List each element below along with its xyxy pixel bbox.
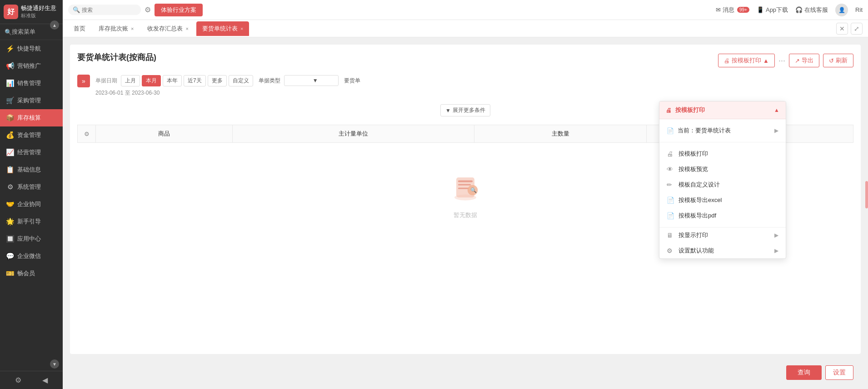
filter-date-range: 2023-06-01 至 2023-06-30 (95, 89, 253, 97)
sidebar-item-wechat[interactable]: 💬 企业微信 (0, 248, 63, 265)
message-icon: ✉ (716, 6, 721, 13)
sidebar-item-guide[interactable]: 🌟 新手引导 (0, 213, 63, 230)
logo-text: 畅捷通好生意 标准版 (21, 5, 56, 19)
print-template-btn[interactable]: 🖨 按模板打印 ▲ (718, 54, 775, 67)
topbar-gear-icon[interactable]: ⚙ (145, 5, 151, 14)
page-actions: 🖨 按模板打印 ▲ ··· ↗ 导出 ↺ 刷新 (718, 54, 853, 67)
sidebar-item-purchase[interactable]: 🛒 采购管理 (0, 92, 63, 109)
more-dots-btn[interactable]: ··· (778, 56, 785, 66)
tab-inventory-batch-close[interactable]: × (131, 26, 134, 31)
sidebar-item-finance[interactable]: 💰 资金管理 (0, 126, 63, 144)
sidebar-item-label: 基础信息 (17, 166, 41, 174)
sidebar-item-marketing[interactable]: 📢 营销推广 (0, 57, 63, 75)
empty-scroll-svg: 🔍 (447, 170, 484, 207)
expand-more-btn[interactable]: ▼ 展开更多条件 (440, 104, 490, 116)
print-btn-wrapper: 🖨 按模板打印 ▲ (718, 54, 775, 67)
dropdown-item-template-pdf[interactable]: 📄 按模板导出pdf (659, 208, 786, 223)
sidebar-item-system[interactable]: ⚙ 系统管理 (0, 178, 63, 196)
refresh-icon: ↺ (829, 57, 834, 64)
app-download-label: App下载 (766, 6, 788, 14)
topbar-search-icon: 🔍 (73, 6, 80, 13)
app-download-icon: 📱 (757, 6, 764, 13)
svg-rect-4 (458, 187, 469, 189)
refresh-btn[interactable]: ↺ 刷新 (823, 54, 853, 67)
operations-icon: 📈 (5, 148, 15, 157)
sidebar: 好 畅捷通好生意 标准版 🔍 搜索菜单 ▲ ⚡ 快捷导航 📢 营销推广 📊 销售… (0, 0, 63, 389)
settings-btn-bottom[interactable]: 设置 (825, 365, 853, 380)
dropdown-sub-display-print[interactable]: 🖥 按显示打印 ▶ (659, 227, 786, 243)
table-settings-icon[interactable]: ⚙ (84, 131, 90, 137)
wechat-icon: 💬 (5, 252, 15, 260)
topbar-message[interactable]: ✉ 消息 99+ (716, 6, 749, 14)
sidebar-item-inventory[interactable]: 📦 库存核算 (0, 109, 63, 126)
tab-close-all-btn[interactable]: ✕ (836, 23, 848, 35)
svg-rect-3 (458, 184, 471, 185)
sidebar-item-basic[interactable]: 📋 基础信息 (0, 161, 63, 178)
sidebar-item-sales[interactable]: 📊 销售管理 (0, 75, 63, 92)
sidebar-item-label: 系统管理 (17, 183, 41, 191)
export-btn[interactable]: ↗ 导出 (789, 54, 819, 67)
sidebar-item-apps[interactable]: 🔲 应用中心 (0, 230, 63, 248)
dropdown-item-template-preview[interactable]: 👁 按模板预览 (659, 162, 786, 177)
sidebar-item-label: 企业协同 (17, 200, 41, 208)
type-label: 单据类型 (259, 75, 280, 86)
set-default-icon: ⚙ (667, 247, 674, 254)
type-select-chevron: ▼ (313, 77, 334, 84)
type-select[interactable]: ▼ (284, 75, 339, 86)
current-template-chevron: ▶ (774, 127, 778, 134)
dropdown-item-template-custom[interactable]: ✏ 模板自定义设计 (659, 177, 786, 192)
query-btn[interactable]: 查询 (786, 365, 822, 380)
right-scroll-indicator[interactable] (865, 181, 868, 208)
filter-expand-btn[interactable]: » (77, 75, 90, 87)
sidebar-item-coop[interactable]: 🤝 企业协同 (0, 196, 63, 213)
sidebar-item-operations[interactable]: 📈 经营管理 (0, 144, 63, 161)
template-custom-icon: ✏ (667, 181, 674, 188)
basic-icon: 📋 (5, 166, 15, 174)
sidebar-scroll-down[interactable]: ▼ (50, 359, 59, 369)
sidebar-settings-btn[interactable]: ⚙ (15, 376, 21, 384)
tab-order-stats[interactable]: 要货单统计表 × (196, 21, 249, 36)
col-settings[interactable]: ⚙ (78, 125, 96, 143)
main-area: 🔍 ⚙ 体验行业方案 ✉ 消息 99+ 📱 App下载 🎧 在线客服 👤 Rit (63, 0, 868, 389)
empty-text: 暂无数据 (454, 211, 477, 219)
date-btn-this-year[interactable]: 本年 (163, 75, 182, 86)
sidebar-item-label: 畅会员 (17, 269, 35, 278)
sidebar-scroll-up[interactable]: ▲ (50, 20, 59, 30)
topbar-search-input[interactable] (82, 7, 136, 13)
current-template-row[interactable]: 📄 当前：要货单统计表 ▶ (659, 123, 786, 138)
set-default-arrow: ▶ (774, 248, 778, 254)
sidebar-item-quick-nav[interactable]: ⚡ 快捷导航 (0, 40, 63, 57)
print-dropdown-header[interactable]: 🖨 按模板打印 ▲ (659, 101, 786, 119)
topbar-online-service[interactable]: 🎧 在线客服 (795, 6, 828, 14)
date-btn-more[interactable]: 更多 (208, 75, 227, 86)
tab-expand-btn[interactable]: ⤢ (851, 23, 863, 35)
quick-nav-icon: ⚡ (5, 45, 15, 53)
message-badge: 99+ (737, 7, 749, 13)
date-btn-last-month[interactable]: 上月 (121, 75, 140, 86)
tab-home[interactable]: 首页 (68, 21, 91, 36)
topbar-avatar[interactable]: 👤 (835, 4, 848, 16)
sidebar-collapse-btn[interactable]: ◀ (42, 376, 48, 384)
date-btn-this-month[interactable]: 本月 (142, 75, 161, 86)
sidebar-item-label: 营销推广 (17, 62, 41, 70)
topbar-search-box[interactable]: 🔍 (68, 5, 141, 15)
tab-receipt-summary-close[interactable]: × (185, 26, 188, 31)
export-label: 导出 (802, 56, 813, 65)
sidebar-item-label: 资金管理 (17, 131, 41, 139)
app-subtitle: 标准版 (21, 12, 56, 19)
date-btn-7days[interactable]: 近7天 (184, 75, 206, 86)
status-label: 要货单 (344, 75, 360, 86)
dropdown-sub-set-default[interactable]: ⚙ 设置默认功能 ▶ (659, 243, 786, 258)
date-btn-custom[interactable]: 自定义 (229, 75, 253, 86)
date-label: 单据日期 (95, 75, 117, 86)
tab-inventory-batch[interactable]: 库存批次账 × (93, 21, 140, 36)
dropdown-item-template-excel[interactable]: 📄 按模板导出excel (659, 192, 786, 208)
col-product: 商品 (96, 125, 233, 143)
tab-receipt-summary[interactable]: 收发存汇总表 × (141, 21, 194, 36)
sidebar-item-member[interactable]: 🎫 畅会员 (0, 265, 63, 282)
dropdown-item-template-print[interactable]: 🖨 按模板打印 (659, 146, 786, 162)
print-dropdown: 🖨 按模板打印 ▲ 📄 当前：要货单统计表 ▶ 🖨 (659, 101, 786, 259)
topbar-trial-btn[interactable]: 体验行业方案 (155, 4, 203, 16)
tab-order-stats-close[interactable]: × (240, 26, 243, 31)
topbar-app-download[interactable]: 📱 App下载 (757, 6, 788, 14)
